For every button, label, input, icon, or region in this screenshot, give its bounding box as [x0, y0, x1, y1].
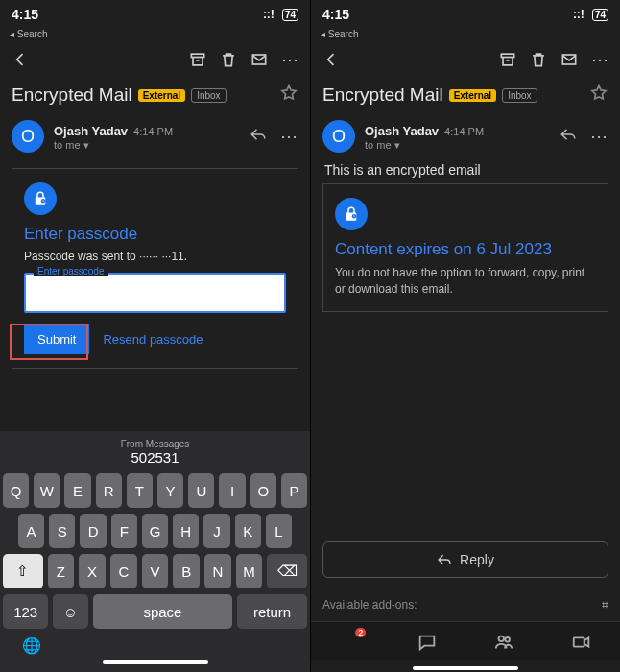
key-o[interactable]: O [250, 473, 276, 508]
key-b[interactable]: B [173, 554, 200, 588]
key-f[interactable]: F [111, 514, 137, 548]
key-z[interactable]: Z [48, 554, 75, 588]
key-w[interactable]: W [34, 473, 60, 508]
svg-rect-8 [574, 637, 584, 646]
inbox-badge: Inbox [502, 88, 537, 103]
space-key[interactable]: space [93, 594, 233, 629]
external-badge: External [138, 89, 185, 102]
sender-time: 4:14 PM [133, 126, 173, 137]
passcode-input[interactable] [24, 273, 286, 313]
toolbar: ⋯ [311, 43, 620, 76]
signal-icon: ::! [573, 8, 584, 21]
chevron-down-icon: ▾ [83, 139, 89, 152]
reply-button[interactable]: Reply [322, 541, 608, 578]
archive-button[interactable] [497, 49, 518, 70]
key-i[interactable]: I [219, 473, 245, 508]
addons-row[interactable]: Available add-ons: ⌗ [311, 588, 620, 621]
sender-time: 4:14 PM [444, 126, 484, 137]
svg-rect-0 [191, 54, 203, 57]
chevron-down-icon: ▾ [394, 139, 400, 152]
lock-icon [24, 182, 57, 215]
nav-mail[interactable]: 2 [339, 632, 360, 657]
key-d[interactable]: D [80, 514, 106, 548]
reply-icon[interactable] [250, 126, 267, 147]
key-m[interactable]: M [236, 554, 263, 588]
key-u[interactable]: U [188, 473, 214, 508]
email-body: This is an encrypted email [311, 162, 620, 178]
more-button[interactable]: ⋯ [279, 49, 300, 70]
subject-row: Encrypted Mail External Inbox [311, 76, 620, 110]
mail-button[interactable] [249, 49, 270, 70]
key-r[interactable]: R [96, 473, 122, 508]
sender-name: Ojash Yadav [54, 124, 128, 138]
back-to-search[interactable]: ◂ Search [0, 29, 310, 43]
key-a[interactable]: A [18, 514, 44, 548]
subject-text: Encrypted Mail [322, 84, 443, 106]
shift-key[interactable]: ⇧ [3, 554, 43, 588]
passcode-title: Enter passcode [24, 225, 286, 244]
more-button[interactable]: ⋯ [589, 49, 610, 70]
external-badge: External [449, 89, 496, 102]
back-to-search[interactable]: ◂ Search [311, 29, 620, 43]
delete-button[interactable] [528, 49, 549, 70]
key-t[interactable]: T [127, 473, 153, 508]
reply-icon[interactable] [560, 126, 577, 147]
home-indicator[interactable] [103, 660, 208, 664]
keyboard-suggestion[interactable]: From Messages 502531 [3, 435, 307, 468]
passcode-input-label: Enter passcode [34, 266, 108, 276]
svg-rect-3 [501, 54, 513, 57]
return-key[interactable]: return [237, 594, 307, 629]
key-e[interactable]: E [64, 473, 90, 508]
key-g[interactable]: G [142, 514, 168, 548]
resend-button[interactable]: Resend passcode [103, 332, 203, 347]
numbers-key[interactable]: 123 [3, 594, 48, 629]
confidential-card: Content expires on 6 Jul 2023 You do not… [322, 183, 608, 312]
message-more-button[interactable]: ⋯ [280, 126, 298, 147]
sender-row: O Ojash Yadav4:14 PM to me▾ ⋯ [0, 110, 310, 162]
home-indicator[interactable] [413, 666, 518, 670]
sender-avatar[interactable]: O [322, 120, 355, 153]
key-q[interactable]: Q [3, 473, 29, 508]
passcode-card: Enter passcode Passcode was sent to ····… [12, 168, 298, 369]
sender-row: O Ojash Yadav4:14 PM to me▾ ⋯ [311, 110, 620, 162]
expiry-title: Content expires on 6 Jul 2023 [335, 240, 596, 259]
backspace-key[interactable]: ⌫ [267, 554, 307, 588]
nav-spaces[interactable] [493, 632, 514, 657]
back-button[interactable] [321, 49, 342, 70]
status-bar: 4:15 ::! 74 [0, 0, 310, 29]
emoji-key[interactable]: ☺ [53, 594, 87, 629]
key-y[interactable]: Y [157, 473, 183, 508]
globe-key[interactable]: 🌐 [22, 636, 41, 655]
key-l[interactable]: L [266, 514, 292, 548]
nav-meet[interactable] [571, 632, 592, 657]
key-p[interactable]: P [281, 473, 307, 508]
recipient-toggle[interactable]: to me▾ [54, 139, 240, 152]
nav-chat[interactable] [417, 632, 438, 657]
sender-avatar[interactable]: O [12, 120, 44, 153]
key-s[interactable]: S [49, 514, 75, 548]
bottom-nav: 2 [311, 621, 620, 660]
key-k[interactable]: K [235, 514, 261, 548]
status-time: 4:15 [322, 7, 349, 22]
signal-icon: ::! [263, 8, 274, 21]
star-button[interactable] [589, 84, 608, 107]
lock-icon [335, 198, 368, 230]
key-h[interactable]: H [173, 514, 199, 548]
key-c[interactable]: C [110, 554, 137, 588]
key-x[interactable]: X [79, 554, 106, 588]
delete-button[interactable] [218, 49, 239, 70]
recipient-toggle[interactable]: to me▾ [365, 139, 550, 152]
message-more-button[interactable]: ⋯ [590, 126, 608, 147]
key-v[interactable]: V [142, 554, 169, 588]
key-j[interactable]: J [203, 514, 229, 548]
key-n[interactable]: N [204, 554, 231, 588]
toolbar: ⋯ [0, 43, 310, 76]
subject-text: Encrypted Mail [12, 84, 132, 106]
svg-point-7 [506, 637, 511, 642]
submit-button[interactable]: Submit [24, 324, 89, 354]
archive-button[interactable] [187, 49, 208, 70]
slack-icon[interactable]: ⌗ [602, 598, 608, 612]
back-button[interactable] [10, 49, 31, 70]
mail-button[interactable] [559, 49, 580, 70]
star-button[interactable] [279, 84, 298, 107]
